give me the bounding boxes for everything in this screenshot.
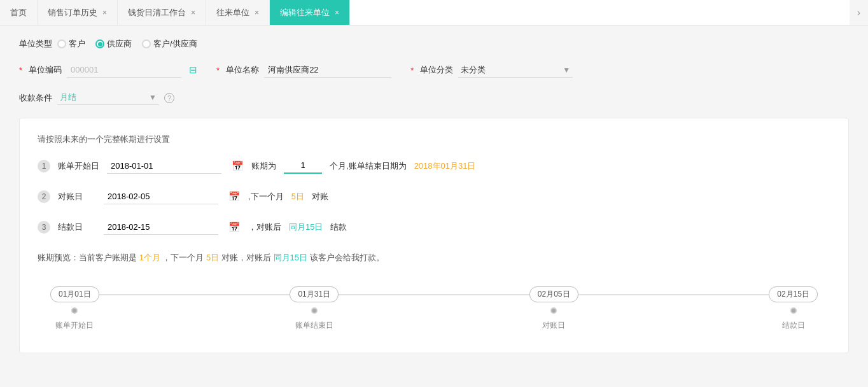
unit-code-copy-icon[interactable]: ⊟ [189, 64, 197, 76]
unit-type-row: 单位类型 客户 供应商 客户/供应商 [19, 38, 849, 50]
timeline-pill-3: 02月05日 [529, 286, 578, 302]
period-end-date-1: 2018年01月31日 [414, 160, 476, 172]
radio-group-unit-type: 客户 供应商 客户/供应商 [57, 38, 197, 50]
payment-terms-chevron-icon: ▼ [149, 93, 157, 102]
unit-category-value: 未分类 [461, 64, 563, 76]
preview-text: 账期预览：当前客户账期是 1个月 ，下一个月 5日 对账，对账后 同月15日 该… [38, 250, 830, 265]
unit-info-row: * 单位编码 ⊟ * 单位名称 * 单位分类 未分类 ▼ [19, 62, 849, 78]
timeline-pill-4: 02月15日 [769, 286, 818, 302]
unit-name-field: * 单位名称 [216, 62, 391, 78]
payment-terms-label: 收款条件 [19, 92, 52, 104]
period-suffix2-1: 个月,账单结束日期为 [330, 160, 407, 172]
tab-sales-order-close[interactable]: × [102, 8, 107, 17]
tab-home[interactable]: 首页 [0, 0, 38, 25]
tab-cash-work-label: 钱货日清工作台 [128, 7, 186, 18]
unit-code-required: * [19, 66, 22, 75]
timeline-node-1: 01月01日 账单开始日 [50, 286, 99, 331]
radio-supplier-circle [95, 39, 104, 48]
period-num-1: 1 [38, 160, 50, 172]
radio-both[interactable]: 客户/供应商 [142, 38, 197, 50]
unit-code-input[interactable] [67, 62, 181, 78]
timeline-label-1: 账单开始日 [55, 320, 94, 331]
timeline-label-4: 结款日 [782, 320, 805, 331]
tab-cash-work-close[interactable]: × [191, 8, 195, 17]
preview-end: 该客户会给我打款。 [310, 253, 384, 262]
period-date-3[interactable] [104, 220, 218, 235]
timeline-node-4: 02月15日 结款日 [769, 286, 818, 331]
tab-edit-counterpart-close[interactable]: × [335, 8, 339, 17]
timeline-dot-4 [790, 307, 797, 314]
radio-supplier-label: 供应商 [107, 38, 132, 50]
unit-type-field: 单位类型 客户 供应商 客户/供应商 [19, 38, 197, 50]
radio-customer[interactable]: 客户 [57, 38, 85, 50]
period-label-2: 对账日 [58, 191, 96, 202]
payment-terms-help-icon[interactable]: ? [164, 93, 174, 103]
unit-category-field: * 单位分类 未分类 ▼ [410, 63, 573, 78]
timeline-dot-1 [71, 307, 78, 314]
radio-both-label: 客户/供应商 [153, 38, 197, 50]
panel-hint: 请按照未来的一个完整帐期进行设置 [38, 134, 830, 145]
tab-home-label: 首页 [10, 7, 27, 18]
radio-supplier[interactable]: 供应商 [95, 38, 132, 50]
timeline-label-3: 对账日 [542, 320, 565, 331]
unit-code-label: 单位编码 [29, 64, 62, 76]
radio-customer-circle [57, 39, 66, 48]
payment-terms-row: 收款条件 月结 ▼ ? [19, 90, 849, 105]
tab-sales-order-label: 销售订单历史 [48, 7, 97, 18]
unit-name-label: 单位名称 [226, 64, 259, 76]
period-row-2: 2 对账日 📅 ,下一个月 5日 对账 [38, 189, 830, 204]
unit-category-chevron-icon: ▼ [563, 66, 570, 74]
unit-type-label: 单位类型 [19, 38, 52, 50]
period-suffix-2b: 对账 [312, 191, 328, 202]
period-suffix-3a: ，对账后 [248, 222, 281, 233]
tab-bar: 首页 销售订单历史 × 钱货日清工作台 × 往来单位 × 编辑往来单位 × › [0, 0, 868, 25]
timeline-dots: 01月01日 账单开始日 01月31日 账单结束日 02月05日 对账日 [50, 286, 818, 331]
timeline-pill-1: 01月01日 [50, 286, 99, 302]
timeline-pill-2: 01月31日 [290, 286, 339, 302]
period-reconcile-day: 5日 [291, 191, 304, 202]
unit-category-label: 单位分类 [420, 64, 453, 76]
unit-name-required: * [216, 66, 220, 75]
period-row-1: 1 账单开始日 📅 账期为 个月,账单结束日期为 2018年01月31日 [38, 158, 830, 174]
timeline-node-3: 02月05日 对账日 [529, 286, 578, 331]
tab-edit-counterpart[interactable]: 编辑往来单位 × [270, 0, 350, 25]
settings-panel: 请按照未来的一个完整帐期进行设置 1 账单开始日 📅 账期为 个月,账单结束日期… [19, 118, 849, 353]
tab-edit-counterpart-label: 编辑往来单位 [280, 7, 330, 18]
unit-name-input[interactable] [264, 62, 391, 78]
timeline-dot-3 [550, 307, 557, 314]
payment-terms-value: 月结 [60, 92, 149, 103]
tab-cash-work[interactable]: 钱货日清工作台 × [118, 0, 206, 25]
tab-sales-order[interactable]: 销售订单历史 × [38, 0, 118, 25]
period-label-3: 结款日 [58, 222, 96, 233]
period-label-1: 账单开始日 [58, 160, 99, 172]
tab-more-arrow[interactable]: › [850, 0, 868, 25]
preview-payment: 同月15日 [274, 253, 307, 262]
timeline-label-2: 账单结束日 [295, 320, 333, 331]
tab-counterpart[interactable]: 往来单位 × [206, 0, 270, 25]
timeline-dot-2 [311, 307, 318, 314]
period-months-input[interactable] [284, 158, 322, 174]
preview-mid2: 对账，对账后 [221, 253, 271, 262]
radio-both-circle [142, 39, 151, 48]
period-suffix-2a: ,下一个月 [248, 191, 284, 202]
unit-category-select[interactable]: 未分类 ▼ [458, 63, 573, 78]
period-date-2[interactable] [104, 189, 218, 204]
tab-counterpart-close[interactable]: × [255, 8, 259, 17]
payment-terms-field: 收款条件 月结 ▼ ? [19, 90, 174, 105]
period-cal-icon-1[interactable]: 📅 [232, 160, 244, 172]
preview-label: 账期预览：当前客户账期是 [38, 253, 137, 262]
period-date-1[interactable] [107, 158, 221, 174]
period-payment-day: 同月15日 [289, 222, 323, 233]
period-num-3: 3 [38, 221, 50, 234]
radio-customer-label: 客户 [69, 38, 85, 50]
preview-mid1: ，下一个月 [162, 253, 204, 262]
period-cal-icon-2[interactable]: 📅 [228, 191, 241, 202]
unit-category-required: * [410, 66, 414, 75]
preview-months: 1个月 [139, 253, 160, 262]
timeline: 01月01日 账单开始日 01月31日 账单结束日 02月05日 对账日 [38, 280, 830, 337]
period-cal-icon-3[interactable]: 📅 [228, 222, 241, 233]
timeline-node-2: 01月31日 账单结束日 [290, 286, 339, 331]
main-content: 单位类型 客户 供应商 客户/供应商 [0, 25, 868, 387]
payment-terms-select[interactable]: 月结 ▼ [57, 90, 159, 105]
tab-counterpart-label: 往来单位 [216, 7, 249, 18]
